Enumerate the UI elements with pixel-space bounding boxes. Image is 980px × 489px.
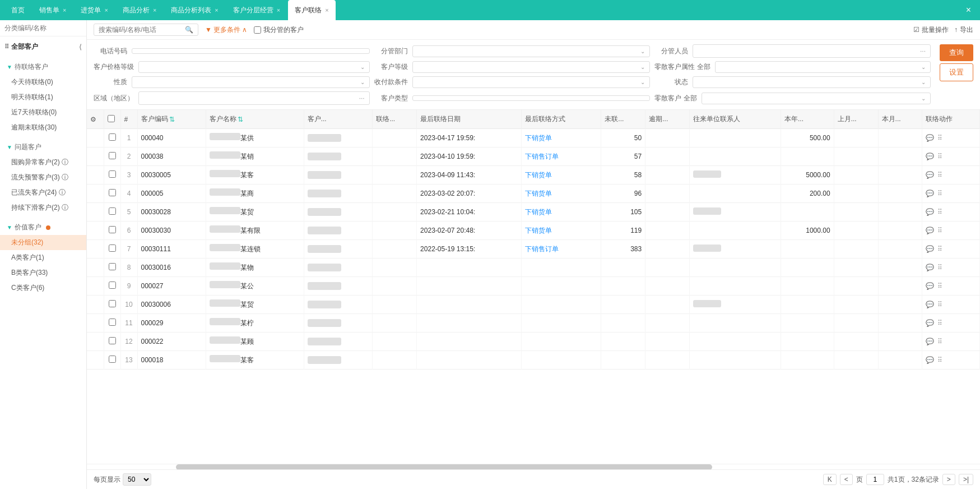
cell-last-method[interactable] [521, 277, 601, 296]
cell-last-method[interactable]: 下销货单 [521, 222, 601, 240]
cust-type-input[interactable] [412, 95, 651, 101]
close-tab-product-analysis[interactable]: × [153, 7, 156, 13]
status-input[interactable]: ⌄ [693, 76, 931, 88]
dept-input[interactable]: ⌄ [412, 45, 651, 57]
cell-last-method[interactable] [521, 351, 601, 370]
sidebar-item-churn-warning[interactable]: 流失预警客户(3) ⓘ [0, 170, 86, 185]
cell-check[interactable] [104, 296, 120, 314]
export-btn[interactable]: ↑ 导出 [954, 25, 973, 35]
pending-contact-header[interactable]: ▼ 待联络客户 [0, 59, 86, 75]
cell-name[interactable]: 某贸 [206, 296, 304, 314]
batch-op-btn[interactable]: ☑ 批量操作 [913, 25, 949, 35]
chat-icon[interactable]: 💬 [926, 319, 934, 327]
cell-check[interactable] [104, 351, 120, 370]
tab-product-analysis-list[interactable]: 商品分析列表 × [164, 0, 225, 20]
last-page-btn[interactable]: >| [959, 474, 973, 485]
next-page-btn[interactable]: > [942, 474, 955, 485]
grid-action-icon[interactable]: ⠿ [937, 338, 942, 345]
my-customers-checkbox[interactable]: 我分管的客户 [254, 25, 304, 35]
cell-name[interactable]: 某商 [206, 184, 304, 203]
col-overdue[interactable]: 逾期... [645, 110, 690, 129]
col-this-year[interactable]: 本年... [781, 110, 834, 129]
cust-grade-input[interactable]: ⌄ [412, 61, 651, 73]
cell-check[interactable] [104, 240, 120, 259]
cell-last-method[interactable]: 下销售订单 [521, 240, 601, 259]
col-code[interactable]: 客户编码⇅ [137, 110, 206, 129]
chat-icon[interactable]: 💬 [926, 227, 934, 234]
col-check[interactable] [104, 110, 120, 129]
gear-icon[interactable]: ⚙ [90, 116, 96, 123]
cell-check[interactable] [104, 222, 120, 240]
chat-icon[interactable]: 💬 [926, 338, 934, 345]
tab-purchase[interactable]: 进货单 × [74, 0, 114, 20]
grid-action-icon[interactable]: ⠿ [937, 319, 942, 327]
price-grade-input[interactable]: ⌄ [138, 61, 370, 73]
cell-check[interactable] [104, 166, 120, 184]
my-customers-check-input[interactable] [254, 26, 261, 34]
col-contact[interactable]: 联络... [373, 110, 417, 129]
search-icon[interactable]: 🔍 [185, 26, 193, 34]
all-customers-header[interactable]: ⠿ 全部客户 ⟨ [0, 39, 86, 55]
cell-check[interactable] [104, 277, 120, 296]
grid-action-icon[interactable]: ⠿ [937, 190, 942, 197]
cell-check[interactable] [104, 314, 120, 333]
cell-name[interactable]: 某客 [206, 351, 304, 370]
cell-check[interactable] [104, 333, 120, 351]
cell-name[interactable]: 某顾 [206, 333, 304, 351]
cell-check[interactable] [104, 147, 120, 166]
more-conditions-btn[interactable]: ▼ 更多条件 ∧ [205, 25, 247, 35]
grid-action-icon[interactable]: ⠿ [937, 153, 942, 160]
grid-action-icon[interactable]: ⠿ [937, 264, 942, 271]
col-this-month[interactable]: 本月... [878, 110, 922, 129]
chat-icon[interactable]: 💬 [926, 171, 934, 179]
col-last-method[interactable]: 最后联络方式 [521, 110, 601, 129]
cell-check[interactable] [104, 184, 120, 203]
close-tab-segment[interactable]: × [277, 7, 280, 13]
cell-name[interactable]: 某柠 [206, 314, 304, 333]
col-uncontacted[interactable]: 未联... [601, 110, 645, 129]
col-last-month[interactable]: 上月... [834, 110, 878, 129]
close-tab-product-list[interactable]: × [215, 7, 218, 13]
select-all-checkbox[interactable] [108, 115, 115, 122]
prev-page-btn[interactable]: < [840, 474, 853, 485]
chat-icon[interactable]: 💬 [926, 356, 934, 364]
grid-action-icon[interactable]: ⠿ [937, 245, 942, 253]
cell-last-method[interactable]: 下销货单 [521, 166, 601, 184]
chat-icon[interactable]: 💬 [926, 134, 934, 142]
chat-icon[interactable]: 💬 [926, 282, 934, 290]
cell-last-method[interactable] [521, 296, 601, 314]
chat-icon[interactable]: 💬 [926, 190, 934, 197]
reset-button[interactable]: 设置 [940, 63, 973, 81]
query-button[interactable]: 查询 [940, 44, 973, 61]
cell-name[interactable]: 某客 [206, 166, 304, 184]
search-input[interactable] [99, 26, 183, 34]
col-last-date[interactable]: 最后联络日期 [417, 110, 522, 129]
col-gear[interactable]: ⚙ [87, 110, 104, 129]
cell-name[interactable]: 某有限 [206, 222, 304, 240]
grid-action-icon[interactable]: ⠿ [937, 301, 942, 308]
chat-icon[interactable]: 💬 [926, 245, 934, 253]
page-size-select[interactable]: 50 10 20 100 [123, 473, 151, 486]
grid-action-icon[interactable]: ⠿ [937, 171, 942, 179]
grid-action-icon[interactable]: ⠿ [937, 208, 942, 216]
cell-last-method[interactable] [521, 259, 601, 277]
close-tab-sales[interactable]: × [63, 7, 66, 13]
grid-action-icon[interactable]: ⠿ [937, 134, 942, 142]
tab-sales-order[interactable]: 销售单 × [32, 0, 73, 20]
cell-last-method[interactable] [521, 333, 601, 351]
sidebar-item-7days[interactable]: 近7天待联络(0) [0, 105, 86, 120]
sidebar-item-overdue[interactable]: 逾期未联络(30) [0, 120, 86, 135]
sidebar-item-class-c[interactable]: C类客户(6) [0, 280, 86, 296]
sidebar-item-class-b[interactable]: B类客户(33) [0, 265, 86, 280]
grid-action-icon[interactable]: ⠿ [937, 282, 942, 290]
payment-input[interactable]: ⌄ [412, 76, 651, 88]
sidebar-item-unclassified[interactable]: 未分组(32) [0, 235, 86, 250]
cell-name[interactable]: 某连锁 [206, 240, 304, 259]
col-name[interactable]: 客户名称⇅ [206, 110, 304, 129]
region-input[interactable]: ··· [138, 91, 370, 105]
cell-name[interactable]: 某供 [206, 129, 304, 147]
cell-name[interactable]: 某物 [206, 259, 304, 277]
col-type[interactable]: 客户... [304, 110, 373, 129]
retail-attr-input[interactable]: ⌄ [715, 61, 931, 73]
first-page-btn[interactable]: K [823, 474, 837, 485]
